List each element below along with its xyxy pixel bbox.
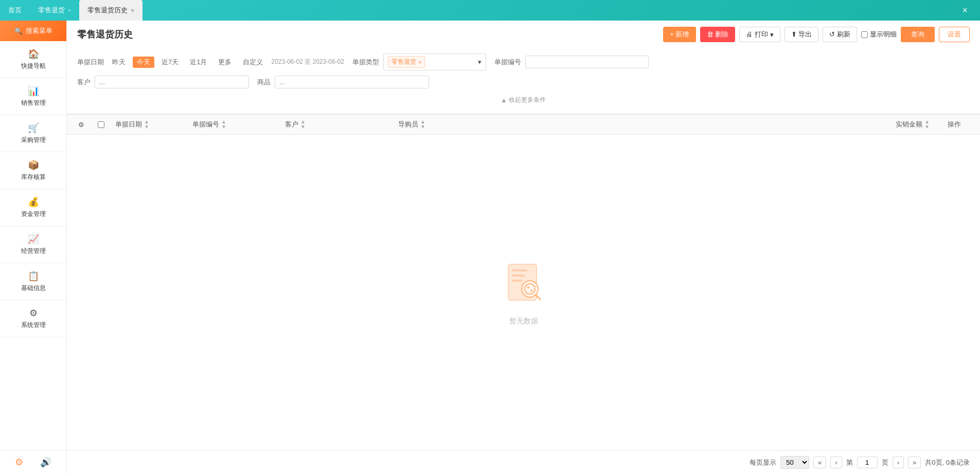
sidebar-item-operations[interactable]: 📈 经营管理 xyxy=(0,226,66,263)
th-amount[interactable]: 实销金额 ▲▼ xyxy=(872,119,934,130)
window-close-icon[interactable]: × xyxy=(958,5,972,16)
page-size-label: 每页显示 xyxy=(750,458,776,467)
show-detail-label: 显示明细 xyxy=(870,30,897,39)
tab-return[interactable]: 零售退货 × xyxy=(30,0,79,21)
next-page-btn[interactable]: › xyxy=(893,457,904,468)
sidebar-item-quick-nav[interactable]: 🏠 快捷导航 xyxy=(0,41,66,78)
print-button[interactable]: 🖨 打印 ▾ xyxy=(739,27,780,42)
export-button[interactable]: ⬆ 导出 xyxy=(785,27,819,42)
sidebar-search[interactable]: 🔍 搜索菜单 xyxy=(0,21,66,41)
type-select-arrow: ▾ xyxy=(478,58,482,66)
date-range-text: 2023-06-02 至 2023-06-02 xyxy=(271,58,344,66)
type-tag-text: 零售退货 xyxy=(391,58,416,66)
table-header: ⚙ 单据日期 ▲▼ 单据编号 ▲▼ 客户 ▲▼ 导购员 xyxy=(67,114,980,135)
tab-bar: 首页 零售退货 × 零售退货历史 × xyxy=(0,0,958,21)
th-operation-label: 操作 xyxy=(948,120,961,129)
sidebar-item-sales[interactable]: 📊 销售管理 xyxy=(0,78,66,115)
first-page-btn[interactable]: « xyxy=(813,457,826,468)
refresh-label: ↺ 刷新 xyxy=(829,30,850,39)
sidebar-item-system[interactable]: ⚙ 系统管理 xyxy=(0,300,66,337)
date-btn-yesterday[interactable]: 昨天 xyxy=(108,57,130,68)
main-layout: 🔍 搜索菜单 🏠 快捷导航 📊 销售管理 🛒 采购管理 📦 库存核算 💰 资金管… xyxy=(0,21,980,474)
th-settings[interactable]: ⚙ xyxy=(72,121,91,129)
th-amount-label: 实销金额 xyxy=(896,120,922,129)
svg-rect-2 xyxy=(512,275,525,277)
query-label: 查询 xyxy=(911,30,924,38)
sidebar-label-purchase: 采购管理 xyxy=(21,136,46,144)
prev-page-btn[interactable]: ‹ xyxy=(830,457,842,468)
show-detail-checkbox[interactable]: 显示明细 xyxy=(861,30,897,39)
goods-filter-label: 商品 xyxy=(257,78,271,87)
tab-return-history-close[interactable]: × xyxy=(131,7,134,13)
svg-rect-3 xyxy=(512,280,522,282)
table-area: ⚙ 单据日期 ▲▼ 单据编号 ▲▼ 客户 ▲▼ 导购员 xyxy=(67,114,980,474)
query-button[interactable]: 查询 xyxy=(901,27,935,42)
th-number[interactable]: 单据编号 ▲▼ xyxy=(188,119,281,130)
new-label: + 新增 xyxy=(670,30,689,39)
select-all-checkbox[interactable] xyxy=(98,121,104,128)
refresh-button[interactable]: ↺ 刷新 xyxy=(823,27,857,42)
date-sort-arrows: ▲▼ xyxy=(144,119,149,130)
date-btn-7days[interactable]: 近7天 xyxy=(157,57,183,68)
filter-row-2: 客户 商品 xyxy=(77,76,970,88)
date-btn-more[interactable]: 更多 xyxy=(214,57,236,68)
type-tag-close[interactable]: × xyxy=(418,59,421,65)
th-guide-label: 导购员 xyxy=(398,120,418,129)
date-filter: 昨天 今天 近7天 近1月 更多 自定义 xyxy=(108,57,267,68)
tab-home[interactable]: 首页 xyxy=(0,0,30,21)
print-label: 🖨 打印 xyxy=(746,30,768,39)
print-dropdown-icon: ▾ xyxy=(770,31,774,39)
pagination-bar: 每页显示 10 20 50 100 « ‹ 第 页 › » 共0页, 0条记录 xyxy=(67,450,980,474)
basic-info-icon: 📋 xyxy=(28,270,39,282)
purchase-icon: 🛒 xyxy=(28,122,39,134)
page-size-select[interactable]: 10 20 50 100 xyxy=(780,456,809,469)
th-guide[interactable]: 导购员 ▲▼ xyxy=(394,119,872,130)
settings-button[interactable]: 设置 xyxy=(939,27,970,42)
customer-filter-label: 客户 xyxy=(77,78,91,87)
number-filter-input[interactable] xyxy=(525,56,649,68)
show-detail-input[interactable] xyxy=(861,31,868,38)
settings-label: 设置 xyxy=(948,30,961,38)
sales-icon: 📊 xyxy=(28,85,39,97)
type-filter-group: 单据类型 零售退货 × ▾ xyxy=(352,53,486,70)
collapse-bar[interactable]: ▲ 收起更多条件 xyxy=(77,94,970,108)
sidebar-label-inventory: 库存核算 xyxy=(21,173,46,181)
sidebar-item-purchase[interactable]: 🛒 采购管理 xyxy=(0,115,66,152)
number-filter-group: 单据编号 xyxy=(494,56,649,68)
tab-return-close[interactable]: × xyxy=(68,7,71,13)
sidebar-label-finance: 资金管理 xyxy=(21,210,46,218)
tab-return-history[interactable]: 零售退货历史 × xyxy=(79,0,142,21)
th-operation: 操作 xyxy=(934,120,975,129)
settings-bottom-icon[interactable]: ⚙ xyxy=(15,457,23,468)
type-filter-select[interactable]: 零售退货 × ▾ xyxy=(383,53,486,70)
total-info: 共0页, 0条记录 xyxy=(925,458,970,467)
th-number-label: 单据编号 xyxy=(192,120,219,129)
sidebar-item-inventory[interactable]: 📦 库存核算 xyxy=(0,152,66,189)
date-btn-today[interactable]: 今天 xyxy=(133,57,154,68)
th-checkbox[interactable] xyxy=(91,121,111,128)
new-button[interactable]: + 新增 xyxy=(663,27,696,42)
sidebar-item-finance[interactable]: 💰 资金管理 xyxy=(0,189,66,226)
delete-label: 🗑 删除 xyxy=(707,30,729,39)
th-date-label: 单据日期 xyxy=(115,120,142,129)
sidebar-item-basic-info[interactable]: 📋 基础信息 xyxy=(0,263,66,300)
sidebar-label-sales: 销售管理 xyxy=(21,99,46,107)
page-title-row: 零售退货历史 + 新增 🗑 删除 🖨 打印 ▾ ⬆ 导出 xyxy=(77,27,970,42)
filter-row-1: 单据日期 昨天 今天 近7天 近1月 更多 自定义 2023-06-02 至 2… xyxy=(77,53,970,70)
date-btn-1month[interactable]: 近1月 xyxy=(186,57,211,68)
system-icon: ⚙ xyxy=(29,307,38,319)
delete-button[interactable]: 🗑 删除 xyxy=(700,27,736,42)
last-page-btn[interactable]: » xyxy=(908,457,921,468)
th-date[interactable]: 单据日期 ▲▼ xyxy=(111,119,188,130)
volume-icon[interactable]: 🔊 xyxy=(40,457,51,468)
goods-filter-input[interactable] xyxy=(275,76,429,88)
number-sort-arrows: ▲▼ xyxy=(221,119,226,130)
page-unit: 页 xyxy=(882,458,888,467)
customer-filter-input[interactable] xyxy=(95,76,249,88)
type-tag: 零售退货 × xyxy=(388,56,425,68)
page-prefix: 第 xyxy=(846,458,853,467)
current-page-input[interactable] xyxy=(857,457,878,468)
type-filter-label: 单据类型 xyxy=(352,58,379,67)
th-customer[interactable]: 客户 ▲▼ xyxy=(281,119,394,130)
date-btn-custom[interactable]: 自定义 xyxy=(239,57,267,68)
